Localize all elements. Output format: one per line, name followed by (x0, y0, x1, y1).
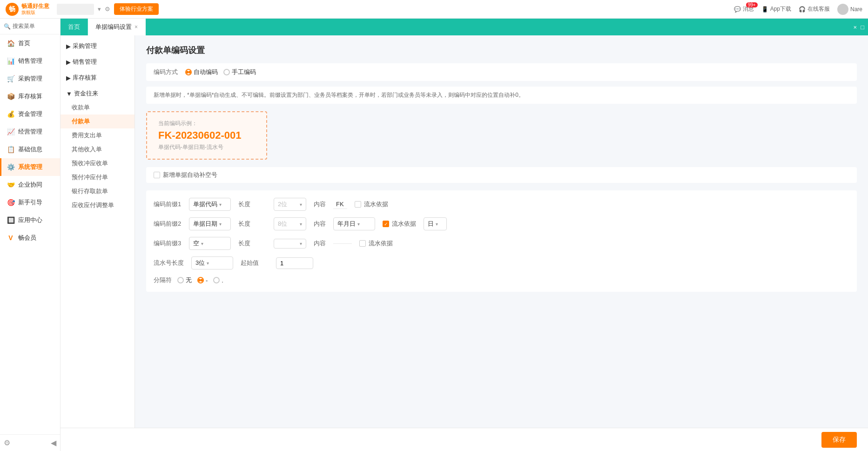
bottom-bar: 保存 (61, 428, 868, 451)
start-value-input[interactable] (276, 257, 313, 269)
sidebar-item-home[interactable]: 🏠 首页 (0, 34, 60, 52)
prefix2-content-select[interactable]: 年月日 ▾ (333, 217, 375, 230)
system-icon: ⚙️ (7, 163, 14, 171)
prefix1-select[interactable]: 单据代码 ▾ (189, 198, 231, 211)
main-panel: 付款单编码设置 编码方式 自动编码 手工编码 (135, 35, 868, 428)
manual-encode-option[interactable]: 手工编码 (223, 68, 256, 76)
auto-encode-radio[interactable] (185, 69, 192, 75)
sub-item-advance-payable[interactable]: 预付冲应付单 (61, 170, 135, 184)
sidebar-item-apps[interactable]: 🔲 应用中心 (0, 211, 60, 229)
separator-row: 分隔符 无 - . (154, 276, 849, 284)
prefix2-length-label: 长度 (238, 220, 266, 228)
manual-encode-radio[interactable] (223, 69, 230, 75)
prefix3-select[interactable]: 空 ▾ (189, 237, 231, 250)
sidebar-item-operations[interactable]: 📈 经营管理 (0, 123, 60, 141)
sub-item-bank-deposit[interactable]: 银行存取款单 (61, 184, 135, 198)
sidebar-item-basic[interactable]: 📋 基础信息 (0, 141, 60, 158)
preview-box: 当前编码示例： FK-20230602-001 单据代码-单据日期-流水号 (146, 111, 267, 160)
prefix3-serial-checkbox[interactable]: 流水依据 (359, 239, 393, 248)
form-section: 编码前缀1 单据代码 ▾ 长度 2位 ▾ 内容 FK (146, 190, 857, 292)
prefix2-chevron-icon: ▾ (219, 222, 222, 227)
sidebar-item-enterprise[interactable]: 🤝 企业协同 (0, 176, 60, 194)
sub-item-payment[interactable]: 付款单 (61, 114, 135, 128)
sub-item-advance-receivable[interactable]: 预收冲应收单 (61, 156, 135, 170)
prefix1-length-label: 长度 (238, 200, 266, 209)
sidebar-item-inventory[interactable]: 📦 库存核算 (0, 88, 60, 105)
content-area: ▶ 采购管理 ▶ 销售管理 ▶ 库存核算 (61, 35, 868, 428)
sidebar-item-purchase[interactable]: 🛒 采购管理 (0, 70, 60, 88)
settings-icon[interactable]: ⚙ (105, 6, 110, 13)
prefix2-length-input[interactable]: 8位 ▾ (274, 217, 306, 230)
sub-item-other-income[interactable]: 其他收入单 (61, 142, 135, 156)
sub-group-sales-title[interactable]: ▶ 销售管理 (61, 55, 135, 69)
chevron-down-icon[interactable]: ▾ (98, 6, 101, 13)
tab-encoding-settings[interactable]: 单据编码设置 × (88, 19, 146, 35)
collapse-sidebar-btn[interactable]: ◀ (51, 438, 56, 447)
preview-label: 当前编码示例： (158, 120, 255, 128)
sep-dot-radio[interactable] (213, 277, 220, 283)
info-text: 新增单据时，*单据编码*自动生成、不可编辑。前缀设置为部门、业务员等档案类，开单… (146, 87, 857, 104)
sub-item-receipt[interactable]: 收款单 (61, 101, 135, 114)
tab-min-icon[interactable]: × (854, 24, 857, 31)
sub-item-ar-ap-adjust[interactable]: 应收应付调整单 (61, 198, 135, 212)
online-service-btn[interactable]: 🎧 在线客服 (799, 5, 830, 13)
prefix3-content-value (333, 243, 352, 244)
sidebar-item-member[interactable]: V 畅会员 (0, 229, 60, 247)
sidebar-item-finance[interactable]: 💰 资金管理 (0, 105, 60, 123)
prefix1-label: 编码前缀1 (154, 200, 182, 209)
sep-none-option[interactable]: 无 (177, 276, 192, 284)
guide-icon: 🎯 (7, 199, 14, 206)
search-bar[interactable] (57, 4, 94, 15)
user-avatar (837, 4, 848, 15)
prefix3-serial-checkbox-box[interactable] (359, 240, 366, 247)
prefix1-length-input[interactable]: 2位 ▾ (274, 198, 306, 211)
sep-dot-option[interactable]: . (213, 277, 223, 284)
prefix1-serial-checkbox[interactable]: 流水依据 (355, 200, 388, 209)
sub-sidebar: ▶ 采购管理 ▶ 销售管理 ▶ 库存核算 (61, 35, 135, 428)
app-logo: 畅 畅通好生意 旗舰版 (6, 3, 49, 16)
bottom-settings-icon[interactable]: ⚙ (4, 438, 10, 447)
top-bar-actions: 💬 消息 99+ 📱 App下载 🎧 在线客服 Nare (734, 4, 862, 15)
sep-dash-option[interactable]: - (197, 277, 208, 284)
apps-icon: 🔲 (7, 216, 14, 224)
prefix2-serial-checkbox-box[interactable]: ✓ (383, 221, 389, 227)
prefix3-length-input[interactable]: ▾ (274, 239, 306, 249)
encoding-label: 编码方式 (154, 68, 178, 76)
sidebar-item-system[interactable]: ⚙️ 系统管理 (0, 158, 60, 176)
tab-home[interactable]: 首页 (61, 19, 88, 35)
prefix2-day-select[interactable]: 日 ▾ (424, 217, 447, 230)
save-button[interactable]: 保存 (821, 432, 857, 448)
sep-none-radio[interactable] (177, 277, 184, 283)
operations-icon: 📈 (7, 128, 14, 135)
experience-btn[interactable]: 体验行业方案 (114, 3, 159, 15)
message-btn[interactable]: 💬 消息 99+ (734, 5, 754, 13)
expand-icon: ▼ (66, 90, 72, 97)
sub-group-purchase-title[interactable]: ▶ 采购管理 (61, 39, 135, 53)
prefix2-serial-checkbox[interactable]: ✓ 流水依据 (383, 220, 416, 228)
sidebar-item-sales[interactable]: 📊 销售管理 (0, 52, 60, 70)
auto-encode-option[interactable]: 自动编码 (185, 68, 218, 76)
serial-length-label: 流水号长度 (154, 259, 184, 267)
preview-code: FK-20230602-001 (158, 129, 255, 141)
auto-fill-checkbox-box[interactable] (154, 172, 160, 178)
user-area[interactable]: Nare (837, 4, 862, 15)
separator-label: 分隔符 (154, 276, 172, 284)
basic-icon: 📋 (7, 146, 14, 153)
tab-restore-icon[interactable]: □ (861, 24, 864, 31)
sep-dash-radio[interactable] (197, 277, 204, 283)
tab-close-icon[interactable]: × (135, 24, 138, 30)
sidebar-item-guide[interactable]: 🎯 新手引导 (0, 194, 60, 211)
sales-icon: 📊 (7, 57, 14, 65)
search-icon: 🔍 (4, 23, 11, 30)
app-download-btn[interactable]: 📱 App下载 (761, 5, 791, 13)
serial-length-select[interactable]: 3位 ▾ (191, 256, 233, 269)
sub-group-stock: ▶ 库存核算 (61, 71, 135, 85)
sub-item-expense[interactable]: 费用支出单 (61, 128, 135, 142)
auto-fill-row: 新增单据自动补空号 (146, 167, 857, 183)
sub-group-capital-title[interactable]: ▼ 资金往来 (61, 87, 135, 101)
sub-group-stock-title[interactable]: ▶ 库存核算 (61, 71, 135, 85)
auto-fill-checkbox[interactable]: 新增单据自动补空号 (154, 171, 217, 179)
search-menu-btn[interactable]: 🔍 搜索菜单 (0, 19, 60, 34)
prefix1-serial-checkbox-box[interactable] (355, 201, 361, 208)
prefix2-select[interactable]: 单据日期 ▾ (189, 217, 231, 230)
